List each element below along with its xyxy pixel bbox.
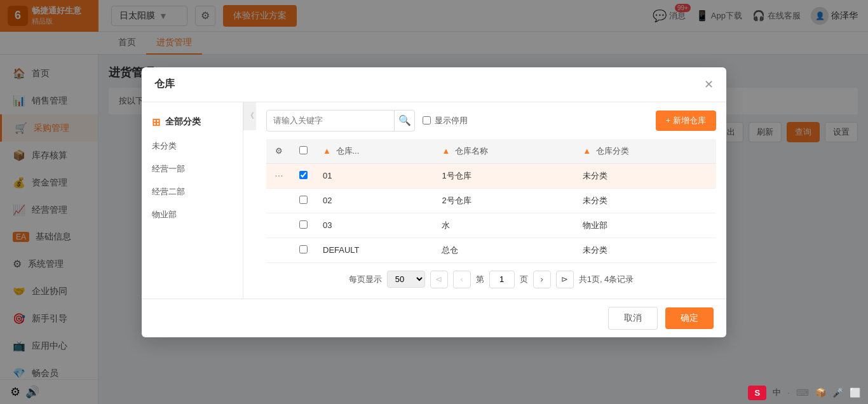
row-category-cell: 未分类 [575,188,716,213]
row-name-cell: 2号仓库 [434,188,575,213]
row-no-cell: DEFAULT [315,238,434,262]
keyboard-icon[interactable]: ⌨ [796,387,809,398]
table-header-row: ⚙ ▲ 仓库... ▲ [266,139,716,164]
dialog-main-content: 🔍 显示停用 + 新增仓库 [256,102,726,299]
package-icon[interactable]: 📦 [815,387,826,398]
row-no-cell: 02 [315,188,434,213]
page-unit: 页 [520,274,528,285]
row-name-cell: 1号仓库 [434,163,575,188]
page-number-input[interactable] [489,271,515,288]
dialog-body: ⊞ 全部分类 未分类 经营一部 经营二部 物业部 《 [142,102,726,299]
dialog-toolbar: 🔍 显示停用 + 新增仓库 [266,110,716,131]
prev-page-button[interactable]: ‹ [453,271,471,288]
grid-icon: ⊞ [152,116,160,128]
row-no-cell: 03 [315,213,434,238]
row-checkbox[interactable] [299,171,308,179]
dialog-title: 仓库 [154,77,175,91]
next-page-button[interactable]: › [533,271,551,288]
per-page-label: 每页显示 [349,274,382,285]
dot-icon: · [787,387,790,398]
bottom-bar: S 中 · ⌨ 📦 🎤 ⬜ [0,381,868,404]
row-checkbox[interactable] [299,245,308,253]
chinese-input-icon[interactable]: 中 [773,387,781,398]
row-checkbox-cell[interactable] [292,238,315,262]
dialog-footer: 取消 确定 [142,299,726,337]
gear-col-icon: ⚙ [275,146,283,156]
row-name-cell: 水 [434,213,575,238]
warehouse-table: ⚙ ▲ 仓库... ▲ [266,139,716,263]
add-warehouse-button[interactable]: + 新增仓库 [656,111,716,131]
search-input[interactable] [267,112,394,129]
sort-icon-cat: ▲ [583,146,591,156]
first-page-button[interactable]: ⊲ [430,271,448,288]
per-page-select[interactable]: 102050100 [387,271,425,288]
row-no-cell: 01 [315,163,434,188]
window-icon[interactable]: ⬜ [850,387,860,398]
table-row: DEFAULT 总仓 未分类 [266,238,716,262]
category-unclassified[interactable]: 未分类 [142,135,243,158]
col-category[interactable]: ▲ 仓库分类 [575,139,716,164]
row-name-cell: 总仓 [434,238,575,262]
row-checkbox-cell[interactable] [292,213,315,238]
pagination: 每页显示 102050100 ⊲ ‹ 第 页 › [266,263,716,291]
dialog-category-sidebar: ⊞ 全部分类 未分类 经营一部 经营二部 物业部 [142,102,243,299]
page-label: 第 [476,274,484,285]
search-button[interactable]: 🔍 [394,111,414,131]
row-category-cell: 未分类 [575,238,716,262]
category-property[interactable]: 物业部 [142,203,243,226]
modal-overlay: 仓库 ✕ ⊞ 全部分类 未分类 经营一部 经营二部 [0,0,868,404]
row-gear-cell [266,213,292,238]
row-checkbox[interactable] [299,220,308,229]
table-row: 03 水 物业部 [266,213,716,238]
last-page-icon: ⊳ [561,274,568,284]
col-gear: ⚙ [266,139,292,164]
sougou-input-icon[interactable]: S [748,386,766,400]
dialog-header: 仓库 ✕ [142,67,726,102]
col-no[interactable]: ▲ 仓库... [315,139,434,164]
confirm-button[interactable]: 确定 [665,307,714,329]
search-icon: 🔍 [398,114,411,126]
select-all-checkbox[interactable] [299,146,308,154]
warehouse-dialog: 仓库 ✕ ⊞ 全部分类 未分类 经营一部 经营二部 [142,67,726,337]
prev-page-icon: ‹ [460,274,463,284]
row-more-button[interactable]: ··· [275,170,283,181]
all-categories-item[interactable]: ⊞ 全部分类 [142,110,243,135]
category-ops2[interactable]: 经营二部 [142,180,243,203]
first-page-icon: ⊲ [435,274,442,284]
table-row: 02 2号仓库 未分类 [266,188,716,213]
row-gear-cell [266,188,292,213]
table-row: ··· 01 1号仓库 未分类 [266,163,716,188]
sort-icon-name: ▲ [442,146,450,156]
row-checkbox-cell[interactable] [292,163,315,188]
next-page-icon: › [540,274,543,284]
col-checkbox [292,139,315,164]
last-page-button[interactable]: ⊳ [556,271,574,288]
category-ops1[interactable]: 经营一部 [142,158,243,180]
mic-icon[interactable]: 🎤 [832,387,843,398]
row-category-cell: 物业部 [575,213,716,238]
row-gear-cell: ··· [266,163,292,188]
dialog-search-area: 🔍 显示停用 [266,110,468,131]
disabled-checkbox[interactable] [423,116,431,125]
dialog-close-button[interactable]: ✕ [704,77,714,91]
page-summary: 共1页, 4条记录 [579,274,634,285]
sort-icon: ▲ [323,146,331,156]
row-checkbox[interactable] [299,196,308,204]
sidebar-collapse-button[interactable]: 《 [243,102,256,130]
row-checkbox-cell[interactable] [292,188,315,213]
row-category-cell: 未分类 [575,163,716,188]
show-disabled-checkbox[interactable]: 显示停用 [423,115,468,126]
cancel-button[interactable]: 取消 [608,307,658,330]
search-box: 🔍 [266,110,415,131]
row-gear-cell [266,238,292,262]
col-name[interactable]: ▲ 仓库名称 [434,139,575,164]
